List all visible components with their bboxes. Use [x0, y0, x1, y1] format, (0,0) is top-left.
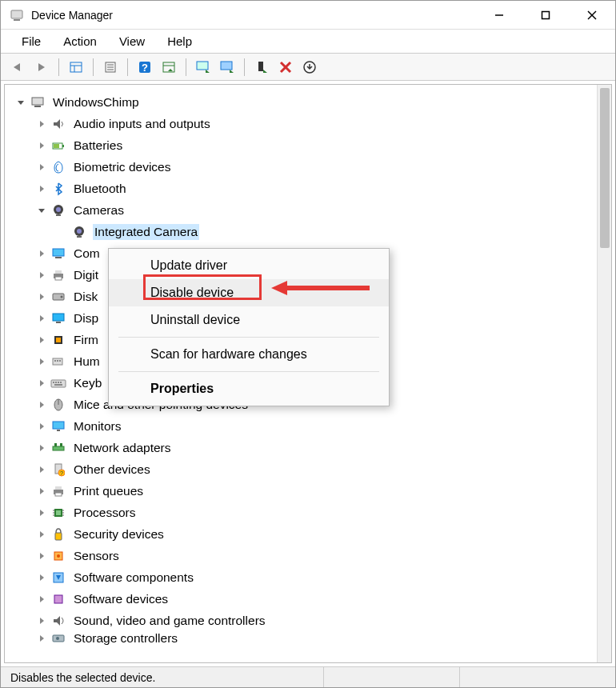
update-driver-button[interactable] [217, 57, 238, 78]
svg-rect-33 [77, 236, 82, 238]
chevron-down-icon[interactable] [14, 96, 27, 109]
tree-category-label: Keyb [72, 375, 103, 391]
chevron-right-icon[interactable] [35, 398, 48, 411]
camera-icon [70, 224, 88, 240]
tree-category[interactable]: Monitors [8, 415, 594, 437]
hid-icon [50, 354, 67, 370]
properties-button[interactable] [100, 57, 121, 78]
svg-rect-27 [54, 144, 59, 148]
minimize-button[interactable] [476, 1, 522, 30]
chevron-right-icon[interactable] [35, 506, 48, 519]
svg-point-82 [56, 637, 59, 640]
scan-hardware-button[interactable] [193, 57, 214, 78]
chevron-right-icon[interactable] [35, 377, 48, 390]
chevron-right-icon[interactable] [35, 139, 48, 152]
forward-button[interactable] [31, 57, 52, 78]
chevron-right-icon[interactable] [35, 182, 48, 195]
context-separator [118, 371, 379, 372]
expander-empty [56, 226, 69, 238]
tree-category[interactable]: Storage controllers [8, 631, 594, 646]
tree-category[interactable]: Biometric devices [8, 156, 594, 178]
svg-rect-41 [53, 314, 64, 321]
svg-rect-52 [58, 382, 59, 383]
chevron-right-icon[interactable] [35, 269, 48, 282]
context-properties[interactable]: Properties [109, 375, 389, 402]
tree-device[interactable]: Integrated Camera [8, 221, 594, 242]
svg-point-40 [61, 295, 63, 298]
chevron-right-icon[interactable] [35, 420, 48, 433]
tree-category[interactable]: Cameras [8, 199, 594, 221]
tree-category[interactable]: Security devices [8, 523, 594, 545]
context-uninstall-device[interactable]: Uninstall device [109, 306, 389, 334]
status-text: Disables the selected device. [6, 667, 324, 687]
uninstall-device-button[interactable] [299, 57, 320, 78]
svg-text:?: ? [142, 62, 148, 74]
tree-category[interactable]: Batteries [8, 134, 594, 156]
tree-category[interactable]: Software devices [8, 588, 594, 610]
camera-icon [50, 202, 67, 218]
close-button[interactable] [569, 1, 615, 30]
context-update-driver[interactable]: Update driver [109, 252, 389, 279]
tree-category[interactable]: ? Other devices [8, 458, 594, 480]
tree-category-label: Audio inputs and outputs [72, 116, 212, 132]
tree-category-label: Sound, video and game controllers [72, 613, 267, 629]
tree-category[interactable]: Processors [8, 502, 594, 523]
svg-rect-35 [55, 257, 62, 258]
show-hide-tree-button[interactable] [66, 57, 86, 78]
chevron-right-icon[interactable] [35, 290, 48, 303]
svg-rect-66 [55, 486, 62, 490]
menu-file[interactable]: File [10, 31, 52, 51]
tree-category[interactable]: Sensors [8, 545, 594, 566]
maximize-button[interactable] [522, 1, 569, 30]
menu-view[interactable]: View [108, 31, 156, 51]
chevron-right-icon[interactable] [35, 161, 48, 174]
chevron-right-icon[interactable] [35, 550, 48, 562]
help-button[interactable]: ? [134, 57, 155, 78]
chevron-right-icon[interactable] [35, 463, 48, 476]
tree-category-label: Batteries [72, 138, 124, 154]
computer-icon [50, 246, 67, 262]
menu-help[interactable]: Help [156, 31, 203, 51]
back-button[interactable] [7, 57, 28, 78]
app-icon [9, 7, 25, 23]
tree-category-label: Digit [72, 267, 100, 283]
menu-action[interactable]: Action [52, 31, 108, 51]
chevron-down-icon[interactable] [35, 204, 48, 217]
svg-point-29 [56, 207, 61, 212]
chevron-right-icon[interactable] [35, 632, 48, 645]
context-disable-device[interactable]: Disable device [109, 279, 389, 306]
chevron-right-icon[interactable] [35, 442, 48, 454]
tree-category[interactable]: Bluetooth [8, 178, 594, 199]
tree-category[interactable]: Print queues [8, 480, 594, 502]
chevron-right-icon[interactable] [35, 247, 48, 260]
chevron-right-icon[interactable] [35, 355, 48, 368]
tree-category-label: Bluetooth [72, 181, 128, 197]
chevron-right-icon[interactable] [35, 528, 48, 541]
scroll-thumb[interactable] [600, 88, 610, 248]
tree-category-label: Software devices [72, 591, 170, 607]
tree-category-label: Print queues [72, 483, 145, 499]
chevron-right-icon[interactable] [35, 571, 48, 584]
svg-rect-61 [60, 443, 62, 446]
disable-device-button[interactable] [275, 57, 296, 78]
context-scan-hardware[interactable]: Scan for hardware changes [109, 341, 389, 368]
vertical-scrollbar[interactable] [597, 85, 611, 662]
chevron-right-icon[interactable] [35, 593, 48, 606]
tree-category[interactable]: Audio inputs and outputs [8, 113, 594, 134]
tree-root[interactable]: WindowsChimp [8, 91, 594, 113]
enable-device-button[interactable] [251, 57, 272, 78]
tree-category-label: Network adapters [72, 440, 172, 456]
tree-category[interactable]: Sound, video and game controllers [8, 610, 594, 631]
computer-root-icon [29, 94, 46, 110]
chevron-right-icon[interactable] [35, 485, 48, 498]
chevron-right-icon[interactable] [35, 614, 48, 627]
tree-category[interactable]: Network adapters [8, 437, 594, 458]
chevron-right-icon[interactable] [35, 334, 48, 346]
tree-category-label: Storage controllers [72, 631, 179, 646]
chevron-right-icon[interactable] [35, 312, 48, 325]
svg-rect-23 [32, 98, 43, 105]
detail-view-button[interactable] [158, 57, 179, 78]
chevron-right-icon[interactable] [35, 118, 48, 130]
tree-category[interactable]: Software components [8, 566, 594, 588]
svg-text:?: ? [60, 470, 63, 476]
